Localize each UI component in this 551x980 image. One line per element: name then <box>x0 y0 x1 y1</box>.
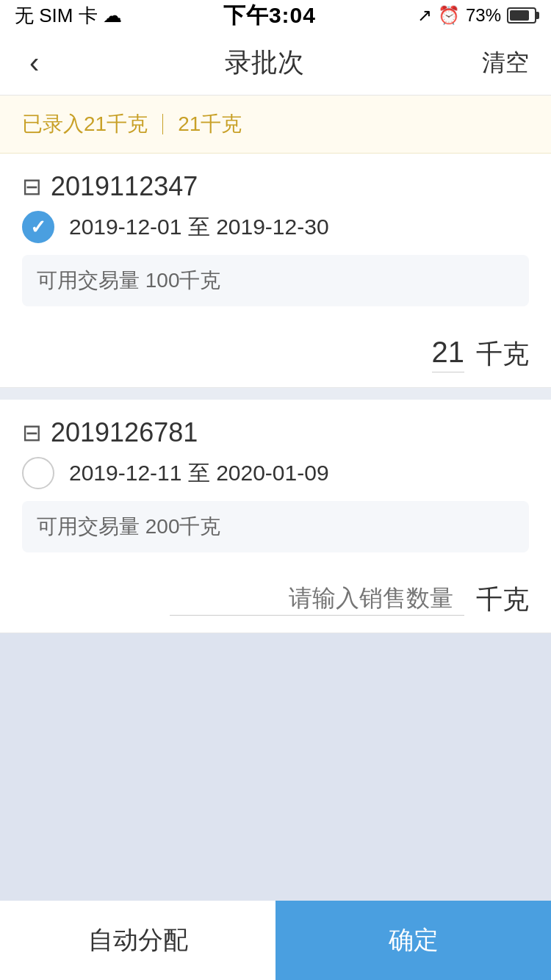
batch-1-header: ⊟ 2019112347 <box>22 171 529 202</box>
summary-divider <box>162 114 163 134</box>
summary-entered-label: 已录入21千克 <box>22 110 148 138</box>
batch-1-quantity-row: 21 千克 <box>0 321 551 388</box>
batch-2-availability: 可用交易量 200千克 <box>22 501 529 552</box>
no-sim-text: 无 SIM 卡 ☁ <box>15 3 122 29</box>
batch-1-availability-text: 可用交易量 100千克 <box>37 269 221 292</box>
batch-1-icon: ⊟ <box>22 173 42 201</box>
batch-1-radio[interactable] <box>22 211 54 243</box>
batch-1-number: 2019112347 <box>51 171 198 202</box>
batch-2-date-row: 2019-12-11 至 2020-01-09 <box>22 457 529 489</box>
status-right: ↗ ⏰ 73% <box>417 5 536 26</box>
battery-percent: 73% <box>466 5 501 26</box>
status-left: 无 SIM 卡 ☁ <box>15 3 122 29</box>
nav-bar: ‹ 录批次 清空 <box>0 31 551 96</box>
summary-value: 21千克 <box>178 110 242 138</box>
batch-1-date-row: 2019-12-01 至 2019-12-30 <box>22 211 529 243</box>
back-button[interactable]: ‹ <box>22 39 46 87</box>
confirm-button[interactable]: 确定 <box>276 901 551 980</box>
batch-1-availability: 可用交易量 100千克 <box>22 255 529 306</box>
batch-2-item[interactable]: ⊟ 2019126781 2019-12-11 至 2020-01-09 可用交… <box>0 400 551 552</box>
batch-2-quantity-row: 千克 <box>0 567 551 633</box>
auto-distribute-button[interactable]: 自动分配 <box>0 901 276 980</box>
batch-2-number: 2019126781 <box>51 417 198 448</box>
batch-2-icon: ⊟ <box>22 419 42 447</box>
batch-2-quantity-unit: 千克 <box>476 582 529 618</box>
empty-area <box>0 633 551 927</box>
section-divider <box>0 388 551 400</box>
clear-button[interactable]: 清空 <box>482 47 529 79</box>
batch-1-quantity-underline: 21 <box>432 336 465 372</box>
batch-1-date: 2019-12-01 至 2019-12-30 <box>69 212 329 242</box>
batch-2-availability-text: 可用交易量 200千克 <box>37 515 221 538</box>
batch-2-container: ⊟ 2019126781 2019-12-11 至 2020-01-09 可用交… <box>0 400 551 633</box>
status-bar: 无 SIM 卡 ☁ 下午3:04 ↗ ⏰ 73% <box>0 0 551 31</box>
alarm-icon: ⏰ <box>438 5 460 26</box>
summary-bar: 已录入21千克 21千克 <box>0 96 551 154</box>
batch-1-item[interactable]: ⊟ 2019112347 2019-12-01 至 2019-12-30 可用交… <box>0 154 551 306</box>
batch-2-header: ⊟ 2019126781 <box>22 417 529 448</box>
batch-1-container: ⊟ 2019112347 2019-12-01 至 2019-12-30 可用交… <box>0 154 551 388</box>
batch-2-input-underline[interactable] <box>170 585 464 616</box>
page-title: 录批次 <box>225 45 304 81</box>
batch-1-quantity-unit: 千克 <box>476 336 529 372</box>
batch-2-date: 2019-12-11 至 2020-01-09 <box>69 458 329 489</box>
status-time: 下午3:04 <box>223 1 316 31</box>
location-icon: ↗ <box>417 5 432 26</box>
bottom-bar: 自动分配 确定 <box>0 901 551 980</box>
batch-1-quantity-value: 21 <box>432 336 465 369</box>
battery-icon <box>507 7 536 24</box>
batch-2-radio[interactable] <box>22 457 54 489</box>
batch-2-quantity-input[interactable] <box>170 585 464 612</box>
